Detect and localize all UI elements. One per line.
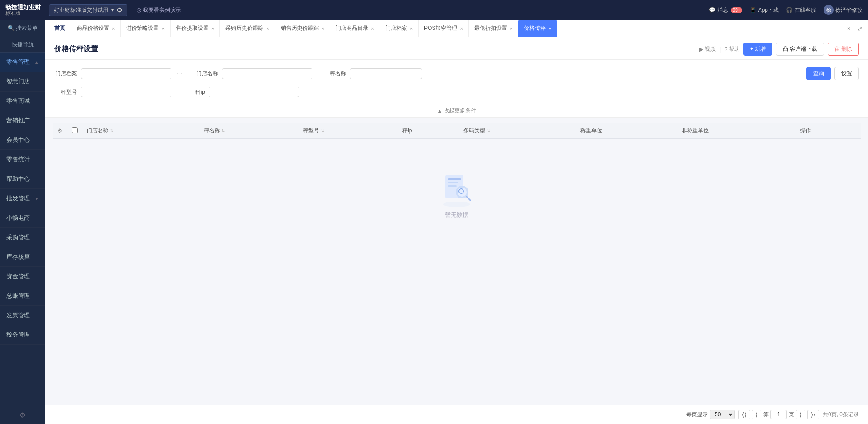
app-name: 畅捷通好业财 xyxy=(5,4,41,11)
filter-scale-model: 秤型号 xyxy=(54,87,171,97)
page-suffix: 页 xyxy=(789,411,794,419)
sidebar-item-retail-mall[interactable]: 零售商城 xyxy=(0,92,45,111)
sort-icon[interactable]: ⇅ xyxy=(487,128,490,133)
sidebar-item-label: 总账管理 xyxy=(6,292,30,300)
help-icon: ? xyxy=(724,46,727,53)
tab-pos-mgmt[interactable]: POS加密管理 × xyxy=(419,20,469,37)
app-edition: 标准版 xyxy=(5,10,41,16)
store-profile-dots[interactable]: ··· xyxy=(175,70,185,78)
tab-close-icon[interactable]: × xyxy=(266,26,269,31)
store-name-label: 门店名称 xyxy=(195,70,218,77)
tab-close-icon[interactable]: × xyxy=(548,26,551,31)
sidebar-item-tax[interactable]: 税务管理 xyxy=(0,325,45,345)
tab-close-icon[interactable]: × xyxy=(161,26,164,31)
scale-model-input[interactable] xyxy=(81,87,171,97)
filter-area: 门店档案 ··· 门店名称 秤名称 查询 设置 xyxy=(45,60,868,118)
sidebar-item-retail[interactable]: 零售管理 ▲ xyxy=(0,53,45,72)
sidebar-item-marketing[interactable]: 营销推广 xyxy=(0,111,45,130)
collapse-button[interactable]: ▲ 收起更多条件 xyxy=(437,107,477,115)
sidebar-item-member[interactable]: 会员中心 xyxy=(0,130,45,150)
tab-min-discount[interactable]: 最低折扣设置 × xyxy=(469,20,518,37)
table-wrapper: ⚙ 门店名称⇅ 秤名称⇅ 秤型 xyxy=(45,118,868,405)
online-service-label: 在线客服 xyxy=(795,6,816,14)
filter-row-1: 门店档案 ··· 门店名称 秤名称 查询 设置 xyxy=(54,67,859,80)
th-store-name: 门店名称⇅ xyxy=(82,123,199,139)
sidebar-item-invoice[interactable]: 发票管理 xyxy=(0,306,45,325)
filter-store-profile: 门店档案 ··· xyxy=(54,68,185,79)
tab-sale-history[interactable]: 销售历史价跟踪 × xyxy=(275,20,330,37)
sidebar-item-inventory[interactable]: 库存核算 xyxy=(0,247,45,267)
last-page-button[interactable]: ⟩⟩ xyxy=(807,410,819,419)
sidebar-item-label: 营销推广 xyxy=(6,116,30,125)
table-settings-icon[interactable]: ⚙ xyxy=(57,127,63,134)
download-button[interactable]: 凸 客户端下载 xyxy=(776,43,824,56)
tab-purchase-strategy[interactable]: 进价策略设置 × xyxy=(121,20,170,37)
settings-icon[interactable]: ⚙ xyxy=(117,6,122,14)
sidebar-item-label: 零售统计 xyxy=(6,155,30,164)
page-input[interactable] xyxy=(770,410,787,419)
prev-page-button[interactable]: ⟨ xyxy=(752,410,761,419)
tab-close-icon[interactable]: × xyxy=(460,26,463,31)
service-icon: 🎧 xyxy=(786,7,793,13)
scale-name-input[interactable] xyxy=(350,68,422,79)
collapse-up-icon: ▲ xyxy=(437,108,443,114)
empty-state: 暂无数据 xyxy=(53,139,861,246)
user-info[interactable]: 徐 徐泽华修改 xyxy=(824,5,863,15)
setup-button[interactable]: 设置 xyxy=(834,67,859,80)
help-link[interactable]: ? 帮助 xyxy=(724,45,740,53)
next-page-button[interactable]: ⟩ xyxy=(796,410,805,419)
first-page-button[interactable]: ⟨⟨ xyxy=(738,410,750,419)
tab-close-icon[interactable]: × xyxy=(322,26,324,31)
sidebar-item-wholesale[interactable]: 批发管理 ▼ xyxy=(0,189,45,208)
th-scale-name: 秤名称⇅ xyxy=(199,123,298,139)
sidebar-item-ledger[interactable]: 总账管理 xyxy=(0,286,45,306)
add-button[interactable]: + 新增 xyxy=(743,43,772,56)
query-button[interactable]: 查询 xyxy=(806,67,831,80)
sidebar-item-label: 会员中心 xyxy=(6,136,30,144)
sidebar-item-purchase[interactable]: 采购管理 xyxy=(0,228,45,247)
tab-close-icon[interactable]: × xyxy=(211,26,214,31)
sidebar-search[interactable]: 🔍 搜索菜单 xyxy=(0,20,45,37)
app-download-button[interactable]: 📱 App下载 xyxy=(750,6,779,14)
per-page-select[interactable]: 10 20 50 100 xyxy=(710,410,735,419)
tab-price-settings[interactable]: 商品价格设置 × xyxy=(71,20,121,37)
demo-link[interactable]: ◎ 我要看实例演示 xyxy=(137,6,181,14)
sort-icon[interactable]: ⇅ xyxy=(110,128,113,133)
sidebar-item-help[interactable]: 帮助中心 xyxy=(0,169,45,189)
scale-ip-input[interactable] xyxy=(209,87,299,97)
tab-price-scale[interactable]: 价格传秤 × xyxy=(518,20,557,37)
select-all-checkbox[interactable] xyxy=(72,127,78,133)
svg-point-0 xyxy=(443,202,470,207)
demo-icon: ◎ xyxy=(137,7,141,13)
store-profile-input[interactable] xyxy=(81,68,171,79)
th-scale-model: 秤型号⇅ xyxy=(298,123,398,139)
tab-close-icon[interactable]: × xyxy=(510,26,512,31)
tab-sale-price[interactable]: 售价提取设置 × xyxy=(171,20,220,37)
tab-purchase-history[interactable]: 采购历史价跟踪 × xyxy=(220,20,275,37)
sort-icon[interactable]: ⇅ xyxy=(221,128,225,133)
sidebar-item-finance[interactable]: 资金管理 xyxy=(0,267,45,286)
filter-scale-ip: 秤ip xyxy=(182,87,299,97)
tab-expand-icon[interactable]: ⤢ xyxy=(855,24,864,33)
delete-button[interactable]: 亩 删除 xyxy=(828,43,859,56)
tab-close-icon[interactable]: × xyxy=(112,26,115,31)
store-name-input[interactable] xyxy=(222,68,312,79)
sort-icon[interactable]: ⇅ xyxy=(321,128,324,133)
sidebar-item-retail-stat[interactable]: 零售统计 xyxy=(0,150,45,169)
arrow-up-icon: ▲ xyxy=(34,60,39,65)
sidebar-item-smart-store[interactable]: 智慧门店 xyxy=(0,72,45,92)
quick-nav[interactable]: 快捷导航 xyxy=(0,37,45,53)
message-button[interactable]: 💬 消息 99+ xyxy=(709,6,742,14)
tab-home[interactable]: 首页 xyxy=(49,20,71,37)
tab-close-all-icon[interactable]: × xyxy=(845,24,853,33)
tab-store-profile[interactable]: 门店档案 × xyxy=(380,20,419,37)
sidebar-item-ecom[interactable]: 小畅电商 xyxy=(0,208,45,228)
tab-close-icon[interactable]: × xyxy=(371,26,374,31)
sidebar-gear-icon[interactable]: ⚙ xyxy=(20,411,26,419)
online-service-button[interactable]: 🎧 在线客服 xyxy=(786,6,816,14)
tab-close-icon[interactable]: × xyxy=(410,26,413,31)
version-selector[interactable]: 好业财标准版交付试用 ▾ ⚙ xyxy=(49,4,127,16)
sidebar-section: 零售管理 ▲ 智慧门店 零售商城 营销推广 会员中心 零售统计 帮助中心 批 xyxy=(0,53,45,345)
video-help-link[interactable]: ▶ 视频 xyxy=(699,45,716,53)
tab-store-catalog[interactable]: 门店商品目录 × xyxy=(330,20,380,37)
